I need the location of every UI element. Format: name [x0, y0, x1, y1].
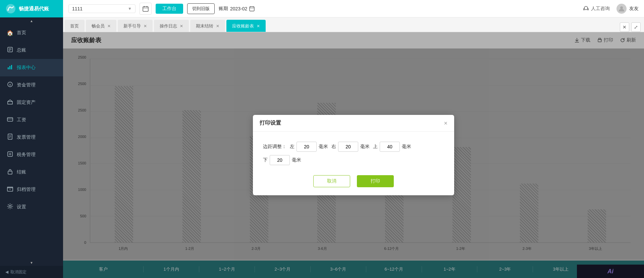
confirm-print-button[interactable]: 打印 [357, 175, 394, 187]
sidebar-label-close: 结账 [17, 169, 26, 175]
tab-oplog-label: 操作日志 [160, 23, 177, 29]
svg-point-0 [6, 4, 15, 13]
tab-agereport[interactable]: 应收账龄表 ✕ [226, 20, 266, 32]
invoice-icon [7, 134, 13, 141]
company-selector[interactable]: 1111 ▼ [68, 4, 136, 13]
period-prefix: 账期 [219, 6, 228, 12]
margin-bottom-input[interactable] [270, 155, 290, 165]
margin-top-label: 上 [373, 144, 378, 150]
svg-point-25 [9, 205, 11, 207]
tabs-right-actions: ✕ ⤢ [620, 22, 644, 32]
tabs-bar: 首页 畅会员 ✕ 新手引导 ✕ 操作日志 ✕ 期末结转 ✕ 应收账龄表 ✕ ✕ … [63, 17, 644, 32]
main-area: 1111 ▼ 工作台 切到旧版 账期 2023-02 人工咨询 友友 [63, 0, 644, 278]
margin-top-unit: 毫米 [402, 144, 411, 150]
calendar-btn[interactable] [140, 3, 152, 15]
sidebar-logo: 畅捷通易代账 [0, 0, 63, 17]
print-settings-dialog: 打印设置 × 边距调整： 左 毫米 右 毫米 [253, 115, 454, 195]
dialog-close-button[interactable]: × [444, 120, 447, 126]
svg-rect-8 [11, 65, 12, 69]
margin-left-input[interactable] [297, 142, 317, 152]
expand-tab-btn[interactable]: ⤢ [631, 22, 641, 32]
archive-icon [7, 186, 13, 193]
tab-agereport-label: 应收账龄表 [232, 23, 254, 29]
assets-icon [7, 99, 13, 106]
margin-group-top: 上 毫米 [373, 142, 411, 152]
sidebar-collapse-btn[interactable]: ◀ 取消固定 [0, 266, 63, 278]
period-display: 账期 2023-02 [219, 6, 255, 12]
svg-rect-21 [8, 171, 12, 174]
tab-guide[interactable]: 新手引导 ✕ [118, 20, 153, 32]
sidebar-label-archive: 归档管理 [17, 187, 36, 193]
user-avatar [616, 4, 627, 14]
tab-member[interactable]: 畅会员 ✕ [86, 20, 116, 32]
dialog-title: 打印设置 [260, 120, 281, 127]
tab-yearend-label: 期末结转 [196, 23, 213, 29]
margin-right-input[interactable] [338, 142, 358, 152]
svg-point-35 [620, 6, 623, 9]
tax-icon [7, 151, 13, 158]
sidebar-item-close[interactable]: 结账 [0, 163, 63, 181]
sidebar-label-salary: 工资 [17, 117, 26, 123]
margin-group-bottom: 下 毫米 [263, 155, 301, 165]
headset-icon [583, 6, 589, 12]
tab-oplog-close[interactable]: ✕ [180, 24, 183, 28]
dropdown-arrow-icon: ▼ [128, 6, 132, 11]
period-calendar-icon[interactable] [249, 6, 255, 11]
user-label: 友友 [629, 6, 639, 12]
svg-rect-6 [8, 67, 9, 69]
tab-home[interactable]: 首页 [64, 20, 85, 32]
support-button[interactable]: 人工咨询 [583, 6, 610, 12]
close-accounts-icon [7, 168, 13, 176]
user-button[interactable]: 友友 [616, 4, 639, 14]
dialog-header: 打印设置 × [253, 115, 454, 132]
svg-rect-11 [8, 101, 12, 104]
sidebar-item-tax[interactable]: 税务管理 [0, 146, 63, 163]
sidebar-label-ledger: 总账 [17, 47, 26, 53]
margin-adjustment-label: 边距调整： [263, 144, 286, 150]
nav-scroll-down[interactable]: ▼ [0, 259, 63, 266]
sidebar-item-archive[interactable]: 归档管理 [0, 181, 63, 198]
collapse-icon: ◀ [5, 270, 8, 274]
sidebar-label-assets: 固定资产 [17, 99, 36, 106]
sidebar-item-invoice[interactable]: 发票管理 [0, 129, 63, 146]
period-value: 2023-02 [230, 6, 247, 11]
dialog-overlay: 打印设置 × 边距调整： 左 毫米 右 毫米 [63, 32, 644, 278]
sidebar-item-funds[interactable]: ¥ 资金管理 [0, 76, 63, 94]
funds-icon: ¥ [7, 81, 13, 89]
sidebar-item-reports[interactable]: 报表中心 [0, 59, 63, 76]
settings-icon [7, 203, 13, 211]
nav-scroll-up[interactable]: ▲ [0, 17, 63, 24]
sidebar-item-assets[interactable]: 固定资产 [0, 94, 63, 111]
tab-member-close[interactable]: ✕ [107, 24, 111, 28]
svg-point-1 [7, 9, 9, 11]
sidebar-item-salary[interactable]: 工资 [0, 111, 63, 129]
margin-group-left: 左 毫米 [290, 142, 328, 152]
workbench-button[interactable]: 工作台 [156, 4, 183, 14]
margin-left-label: 左 [290, 144, 294, 150]
tab-guide-label: 新手引导 [123, 23, 141, 29]
sidebar-item-settings[interactable]: 设置 [0, 198, 63, 216]
tab-yearend[interactable]: 期末结转 ✕ [190, 20, 225, 32]
topbar-right: 人工咨询 友友 [583, 4, 639, 14]
margin-top-input[interactable] [380, 142, 400, 152]
sidebar-item-home[interactable]: 🏠 首页 [0, 24, 63, 42]
home-icon: 🏠 [7, 30, 13, 36]
page-content: 应收账龄表 下载 打印 刷新 [63, 32, 644, 278]
tab-guide-close[interactable]: ✕ [144, 24, 147, 28]
tab-agereport-close[interactable]: ✕ [257, 24, 260, 28]
tab-yearend-close[interactable]: ✕ [216, 24, 219, 28]
sidebar-label-tax: 税务管理 [17, 152, 36, 158]
sidebar-item-ledger[interactable]: 总账 [0, 42, 63, 59]
salary-icon [7, 116, 13, 124]
svg-rect-30 [250, 7, 254, 11]
close-tab-btn[interactable]: ✕ [620, 22, 629, 32]
sidebar-label-funds: 资金管理 [17, 82, 36, 88]
margin-right-unit: 毫米 [360, 144, 370, 150]
tab-member-label: 畅会员 [92, 23, 105, 29]
tab-oplog[interactable]: 操作日志 ✕ [154, 20, 189, 32]
switch-version-button[interactable]: 切到旧版 [187, 3, 215, 14]
cancel-button[interactable]: 取消 [313, 175, 350, 187]
company-name: 1111 [72, 6, 125, 11]
ledger-icon [7, 47, 13, 54]
dialog-footer: 取消 打印 [253, 172, 454, 195]
